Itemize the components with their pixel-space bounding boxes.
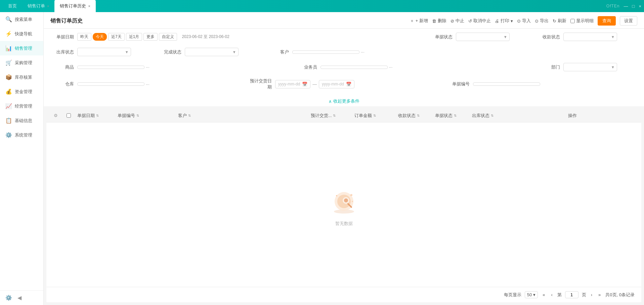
new-icon: ＋: [410, 18, 414, 24]
sidebar-item-operations-mgmt[interactable]: 📈 经营管理: [0, 99, 43, 113]
sidebar-item-quick-nav[interactable]: ⚡ 快捷导航: [0, 27, 43, 41]
sidebar-item-fund-mgmt-label: 资金管理: [15, 89, 32, 95]
th-expected[interactable]: 预计交货... ⇅: [308, 113, 352, 119]
delete-btn[interactable]: 🗑 删除: [432, 18, 446, 24]
empty-state: 暂无数据: [46, 122, 641, 287]
department-select[interactable]: ▾: [563, 63, 617, 71]
sidebar-item-quick-nav-label: 快捷导航: [15, 31, 32, 37]
page-label-prefix: 第: [557, 292, 562, 298]
svg-point-7: [350, 194, 352, 196]
show-detail-checkbox-label[interactable]: 显示明细: [570, 18, 594, 24]
sidebar-item-search-menu[interactable]: 🔍 搜索菜单: [0, 12, 43, 27]
delete-icon: 🗑: [432, 18, 436, 24]
query-btn[interactable]: 查询: [598, 16, 616, 26]
th-order-status[interactable]: 单据状态 ⇅: [432, 113, 469, 119]
out-status-select[interactable]: ▾: [77, 48, 131, 56]
receipt-status-select[interactable]: ▾: [563, 33, 617, 41]
restore-btn[interactable]: □: [632, 4, 635, 9]
date-btn-yesterday[interactable]: 昨天: [77, 33, 91, 41]
sidebar-bottom: ⚙️ ◀: [0, 290, 43, 305]
print-btn[interactable]: 🖨 打印 ▾: [495, 18, 513, 24]
th-number[interactable]: 单据编号 ⇅: [115, 113, 175, 119]
stop-btn[interactable]: ⊘ 中止: [450, 18, 464, 24]
th-customer[interactable]: 客户 ⇅: [175, 113, 308, 119]
tab-sales-order-history[interactable]: 销售订单历史 ×: [54, 0, 95, 12]
page-size-value: 50: [527, 292, 532, 297]
table-area: ⚙ 单据日期 ⇅ 单据编号 ⇅ 客户 ⇅ 预计交货...: [46, 109, 641, 302]
svg-point-4: [344, 198, 348, 202]
select-all-checkbox[interactable]: [67, 113, 71, 118]
th-expected-label: 预计交货...: [311, 113, 332, 119]
salesperson-input[interactable]: [320, 66, 388, 69]
page-number-input[interactable]: [565, 291, 578, 298]
settings-btn[interactable]: 设置: [620, 16, 637, 26]
cancel-stop-label: 取消中止: [473, 18, 491, 24]
new-btn[interactable]: ＋ + 新增: [410, 18, 428, 24]
date-btn-today[interactable]: 今天: [93, 33, 107, 41]
date-btn-7days[interactable]: 近7天: [108, 33, 125, 41]
filter-row-1: 单据日期 昨天 今天 近7天 近1月 更多 自定义 2023-06-02 至 2…: [50, 33, 637, 41]
page-size-select[interactable]: 50 ▾: [525, 291, 538, 298]
order-status-select[interactable]: ▾: [456, 33, 510, 41]
tab-home[interactable]: 首页: [3, 0, 22, 12]
last-page-btn[interactable]: »: [597, 292, 602, 298]
minimize-btn[interactable]: —: [624, 4, 628, 9]
expected-delivery-start-placeholder: yyyy-mm-dd: [278, 82, 300, 86]
product-more-btn[interactable]: ···: [146, 65, 149, 70]
tab-sales-order-close[interactable]: ×: [47, 4, 49, 8]
main-layout: 🔍 搜索菜单 ⚡ 快捷导航 📊 销售管理 🛒 采购管理 📦 库存核算 💰 资金管…: [0, 12, 644, 305]
customer-more-btn[interactable]: ···: [361, 49, 364, 54]
sidebar-item-inventory-check[interactable]: 📦 库存核算: [0, 70, 43, 84]
department-label: 部门: [536, 64, 563, 70]
close-btn[interactable]: ×: [639, 4, 641, 9]
sidebar-item-purchase-mgmt[interactable]: 🛒 采购管理: [0, 55, 43, 70]
warehouse-more-btn[interactable]: ···: [146, 82, 149, 87]
next-page-btn[interactable]: ›: [590, 292, 594, 298]
sidebar-settings-icon[interactable]: ⚙️: [5, 295, 12, 301]
product-filter: ···: [77, 65, 287, 70]
tab-sales-order[interactable]: 销售订单 ×: [22, 0, 54, 12]
tab-sales-order-history-close[interactable]: ×: [88, 4, 90, 8]
expected-delivery-start[interactable]: yyyy-mm-dd 📅: [275, 80, 310, 88]
th-out-status[interactable]: 出库状态 ⇅: [469, 113, 506, 119]
completion-status-select[interactable]: ▾: [185, 48, 239, 56]
table-header: ⚙ 单据日期 ⇅ 单据编号 ⇅ 客户 ⇅ 预计交货...: [46, 109, 641, 122]
export-btn[interactable]: ⊙ 导出: [535, 18, 549, 24]
sidebar-collapse-icon[interactable]: ◀: [17, 295, 22, 301]
first-page-btn[interactable]: «: [541, 292, 546, 298]
order-number-input[interactable]: [473, 82, 540, 86]
sidebar-item-operations-mgmt-label: 经营管理: [15, 103, 32, 109]
collapse-row[interactable]: ∧ 收起更多条件: [50, 97, 637, 104]
th-date[interactable]: 单据日期 ⇅: [75, 113, 115, 119]
sidebar-item-basic-info[interactable]: 📋 基础信息: [0, 113, 43, 128]
empty-illustration: [327, 183, 361, 217]
cancel-stop-btn[interactable]: ↺ 取消中止: [468, 18, 491, 24]
th-checkbox[interactable]: [62, 113, 75, 118]
refresh-btn[interactable]: ↻ 刷新: [553, 18, 566, 24]
customer-input[interactable]: [292, 50, 359, 54]
th-amount-sort-icon: ⇅: [373, 114, 376, 117]
expected-delivery-end[interactable]: yyyy-mm-dd 📅: [319, 80, 354, 88]
th-amount[interactable]: 订单金额 ⇅: [352, 113, 395, 119]
export-icon: ⊙: [535, 18, 539, 24]
stop-label: 中止: [456, 18, 464, 24]
salesperson-more-btn[interactable]: ···: [389, 65, 393, 70]
collapse-icon: ∧: [329, 99, 332, 104]
th-receipt-status-label: 收款状态: [398, 113, 416, 119]
th-receipt-status[interactable]: 收款状态 ⇅: [395, 113, 432, 119]
sidebar-item-fund-mgmt[interactable]: 💰 资金管理: [0, 84, 43, 99]
date-btn-1month[interactable]: 近1月: [126, 33, 142, 41]
prev-page-btn[interactable]: ‹: [550, 292, 554, 298]
product-input[interactable]: [77, 66, 144, 69]
sidebar-item-sales-mgmt[interactable]: 📊 销售管理: [0, 41, 43, 55]
import-icon: ⊙: [517, 18, 521, 24]
date-btn-custom[interactable]: 自定义: [159, 33, 177, 41]
out-status-arrow: ▾: [126, 49, 128, 54]
sidebar-item-system-mgmt[interactable]: ⚙️ 系统管理: [0, 128, 43, 142]
show-detail-checkbox[interactable]: [570, 19, 575, 23]
date-btn-more[interactable]: 更多: [143, 33, 158, 41]
svg-point-6: [336, 195, 337, 196]
warehouse-input[interactable]: [77, 82, 144, 86]
import-btn[interactable]: ⊙ 导入: [517, 18, 531, 24]
column-settings-btn[interactable]: ⚙: [49, 113, 62, 118]
